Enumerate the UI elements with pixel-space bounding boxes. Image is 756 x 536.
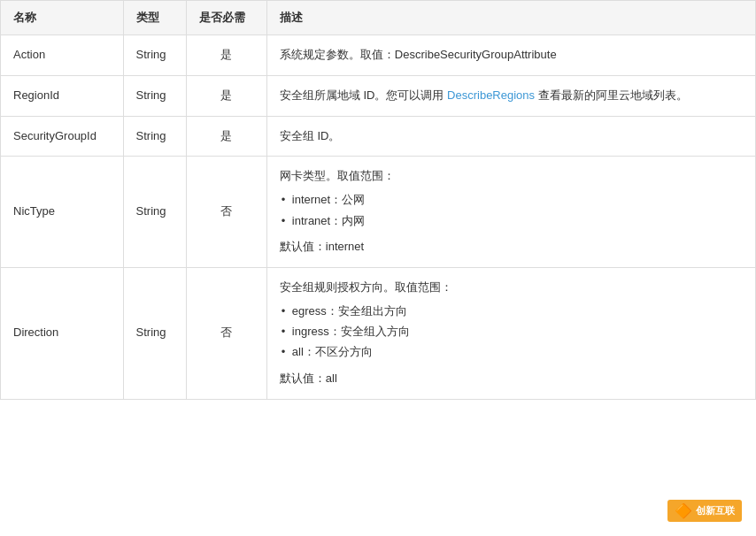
list-item: all：不区分方向 [280,341,743,362]
desc-bullet-list: egress：安全组出方向ingress：安全组入方向all：不区分方向 [280,301,743,363]
desc-bullet-list: internet：公网intranet：内网 [280,189,743,231]
desc-default: 默认值：internet [280,238,743,257]
cell-description: 安全组所属地域 ID。您可以调用 DescribeRegions 查看最新的阿里… [266,75,755,116]
cell-type: String [123,35,186,76]
cell-name: RegionId [1,75,124,116]
cell-required: 是 [186,75,266,116]
table-row: SecurityGroupIdString是安全组 ID。 [1,116,756,157]
cell-name: SecurityGroupId [1,116,124,157]
describe-regions-link[interactable]: DescribeRegions [447,88,535,102]
cell-required: 否 [186,267,266,399]
cell-type: String [123,75,186,116]
cell-required: 是 [186,35,266,76]
list-item: egress：安全组出方向 [280,301,743,321]
header-type: 类型 [123,1,186,35]
cell-description: 安全组规则授权方向。取值范围：egress：安全组出方向ingress：安全组入… [266,267,755,399]
table-row: NicTypeString否网卡类型。取值范围：internet：公网intra… [1,157,756,267]
params-table: 名称 类型 是否必需 描述 ActionString是系统规定参数。取值：Des… [0,0,756,400]
cell-name: Direction [1,267,124,399]
cell-description: 系统规定参数。取值：DescribeSecurityGroupAttribute [266,35,755,76]
cell-type: String [123,157,186,267]
list-item: ingress：安全组入方向 [280,321,743,341]
cell-type: String [123,267,186,399]
table-header-row: 名称 类型 是否必需 描述 [1,1,756,35]
list-item: intranet：内网 [280,211,743,231]
cell-description: 安全组 ID。 [266,116,755,157]
table-row: ActionString是系统规定参数。取值：DescribeSecurityG… [1,35,756,76]
desc-intro: 安全组规则授权方向。取值范围： [280,279,743,297]
header-required: 是否必需 [186,1,266,35]
cell-description: 网卡类型。取值范围：internet：公网intranet：内网默认值：inte… [266,157,755,267]
list-item: internet：公网 [280,189,743,210]
desc-intro: 网卡类型。取值范围： [280,167,743,186]
desc-default: 默认值：all [280,370,743,388]
cell-name: Action [1,35,124,76]
table-row: DirectionString否安全组规则授权方向。取值范围：egress：安全… [1,267,756,399]
table-row: RegionIdString是安全组所属地域 ID。您可以调用 Describe… [1,75,756,116]
header-description: 描述 [266,1,755,35]
cell-type: String [123,116,186,157]
cell-required: 否 [186,157,266,267]
header-name: 名称 [1,1,124,35]
cell-name: NicType [1,157,124,267]
cell-required: 是 [186,116,266,157]
